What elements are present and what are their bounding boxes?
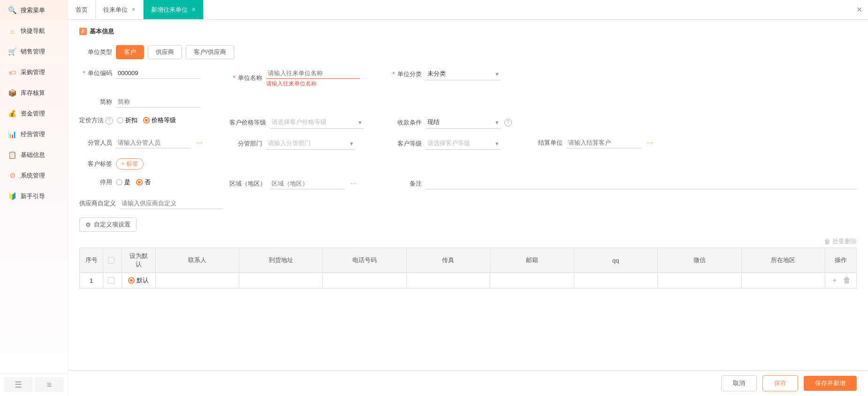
phone-input[interactable] — [331, 277, 398, 284]
manager-row: 分管人员 ··· 分管部门 请输入分管部门 ▾ 客户等级 请选择客户等级 ▾ — [79, 137, 857, 150]
cell-region[interactable] — [741, 273, 825, 288]
unit-code-group: * 单位编码 — [79, 68, 229, 79]
cell-qq[interactable] — [574, 273, 658, 288]
address-input[interactable] — [248, 277, 314, 284]
pricing-help-icon[interactable]: ? — [106, 117, 113, 124]
sidebar-item-basic-info[interactable]: 📋 基础信息 — [0, 145, 68, 165]
customer-level-group: 客户等级 请选择客户等级 ▾ — [389, 137, 530, 150]
payment-terms-group: 收款条件 现结 ▾ ? — [389, 116, 530, 129]
region-input[interactable] — [270, 178, 345, 189]
tab-home[interactable]: 首页 — [68, 0, 96, 19]
sidebar-item-label: 库存核算 — [21, 89, 45, 97]
col-qq: qq — [574, 248, 658, 273]
department-group: 分管部门 请输入分管部门 ▾ — [229, 137, 389, 150]
delete-row-btn[interactable]: 🗑 — [842, 276, 852, 285]
department-label: 分管部门 — [229, 140, 262, 148]
add-row-btn[interactable]: + — [830, 276, 839, 285]
select-all-checkbox[interactable] — [108, 257, 114, 264]
default-radio-item[interactable]: 默认 — [128, 276, 149, 285]
sidebar-item-guide[interactable]: 🔰 新手引导 — [0, 186, 68, 207]
save-button[interactable]: 保存 — [762, 375, 798, 391]
cell-wechat[interactable] — [658, 273, 741, 288]
custom-settings-label: 自定义项设置 — [94, 220, 130, 229]
cell-phone[interactable] — [323, 273, 406, 288]
sidebar: 🔍 搜索菜单 ⌂ 快捷导航 🛒 销售管理 🏷 采购管理 📦 库存核算 💰 资金管… — [0, 0, 68, 396]
cell-email[interactable] — [490, 273, 574, 288]
tab-add-partner-label: 新增往来单位 — [151, 6, 188, 14]
system-icon: ⚙ — [8, 171, 17, 180]
wechat-input[interactable] — [666, 277, 733, 284]
supplier-custom-group: 供应商自定义 — [79, 198, 267, 209]
disabled-yes-option[interactable]: 是 — [116, 178, 130, 186]
short-name-input[interactable] — [116, 96, 200, 108]
sidebar-item-system[interactable]: ⚙ 系统管理 — [0, 165, 68, 186]
pricing-row: 定价方法 ? 折扣 价格等级 客户价格等级 — [79, 116, 857, 129]
unit-category-group: * 单位分类 未分类 ▾ — [389, 68, 530, 80]
tab-add-partner[interactable]: 新增往来单位 ✕ — [144, 0, 204, 19]
region-more-btn[interactable]: ··· — [349, 179, 358, 188]
sidebar-item-label: 新手引导 — [21, 192, 45, 201]
sidebar-item-purchase[interactable]: 🏷 采购管理 — [0, 62, 68, 83]
cell-check[interactable] — [103, 273, 122, 288]
manager-input[interactable] — [116, 137, 191, 148]
pricing-level-option[interactable]: 价格等级 — [143, 116, 176, 124]
unit-type-both-btn[interactable]: 客户/供应商 — [186, 45, 234, 59]
custom-settings-btn[interactable]: ⚙ 自定义项设置 — [79, 217, 137, 232]
tab-bar-close-btn[interactable]: ✕ — [856, 5, 862, 14]
unit-category-select[interactable]: 未分类 ▾ — [426, 68, 501, 80]
unit-type-supplier-btn[interactable]: 供应商 — [148, 45, 182, 59]
manager-more-btn[interactable]: ··· — [195, 139, 205, 147]
payment-help-icon[interactable]: ? — [504, 119, 512, 126]
remark-input[interactable] — [426, 178, 857, 189]
sidebar-collapse-btn[interactable]: ☰ — [4, 377, 33, 392]
basic-info-icon: 📋 — [8, 150, 17, 160]
sidebar-item-operations[interactable]: 📊 经营管理 — [0, 124, 68, 145]
sidebar-item-finance[interactable]: 💰 资金管理 — [0, 103, 68, 124]
batch-delete-label[interactable]: 批量删除 — [832, 237, 857, 246]
region-table-input[interactable] — [750, 277, 816, 284]
customer-tag-row: 客户标签 + 标签 — [79, 158, 857, 170]
unit-type-customer-btn[interactable]: 客户 — [116, 45, 144, 59]
supplier-custom-input[interactable] — [120, 198, 223, 209]
tab-partners-close[interactable]: ✕ — [131, 7, 136, 13]
operations-icon: 📊 — [8, 130, 17, 139]
cell-address[interactable] — [239, 273, 322, 288]
customer-level-select[interactable]: 请选择客户等级 ▾ — [426, 137, 501, 150]
contact-input[interactable] — [164, 277, 230, 284]
settlement-more-btn[interactable]: ··· — [645, 139, 655, 147]
sidebar-item-sales[interactable]: 🛒 销售管理 — [0, 41, 68, 62]
add-tag-btn[interactable]: + 标签 — [116, 158, 144, 170]
fax-input[interactable] — [415, 277, 482, 284]
sidebar-item-inventory[interactable]: 📦 库存核算 — [0, 83, 68, 103]
department-select[interactable]: 请输入分管部门 ▾ — [266, 137, 355, 150]
unit-code-label: * 单位编码 — [79, 69, 112, 78]
unit-code-input[interactable] — [116, 68, 200, 79]
cell-fax[interactable] — [406, 273, 490, 288]
disabled-group: 停用 是 否 — [79, 178, 229, 186]
save-and-new-button[interactable]: 保存并新增 — [804, 376, 857, 391]
payment-terms-select[interactable]: 现结 ▾ — [426, 116, 501, 129]
tab-add-partner-close[interactable]: ✕ — [191, 7, 196, 13]
cell-action: + 🗑 — [825, 273, 856, 288]
cell-contact[interactable] — [155, 273, 239, 288]
pricing-method-group: 定价方法 ? 折扣 价格等级 — [79, 116, 229, 124]
unit-name-input[interactable] — [266, 68, 360, 79]
sidebar-item-quick-nav[interactable]: ⌂ 快捷导航 — [0, 21, 68, 41]
tab-partners[interactable]: 往来单位 ✕ — [96, 0, 144, 19]
cancel-button[interactable]: 取消 — [721, 375, 757, 391]
unit-type-group: 单位类型 客户 供应商 客户/供应商 — [79, 45, 267, 59]
sidebar-item-search[interactable]: 🔍 搜索菜单 — [0, 0, 68, 21]
disabled-no-option[interactable]: 否 — [136, 178, 151, 186]
col-check — [103, 248, 122, 273]
sidebar-expand-btn[interactable]: ≡ — [35, 377, 64, 392]
sidebar-item-label: 销售管理 — [21, 47, 45, 56]
email-input[interactable] — [499, 277, 565, 284]
row-checkbox[interactable] — [108, 277, 114, 284]
pricing-discount-option[interactable]: 折扣 — [117, 116, 137, 124]
default-label: 默认 — [137, 276, 149, 285]
chevron-down-icon5: ▾ — [495, 140, 499, 147]
settlement-unit-input[interactable] — [566, 137, 641, 148]
customer-price-level-select[interactable]: 请选择客户价格等级 ▾ — [270, 116, 364, 129]
sidebar-item-label: 搜索菜单 — [21, 6, 45, 15]
qq-input[interactable] — [582, 277, 649, 284]
